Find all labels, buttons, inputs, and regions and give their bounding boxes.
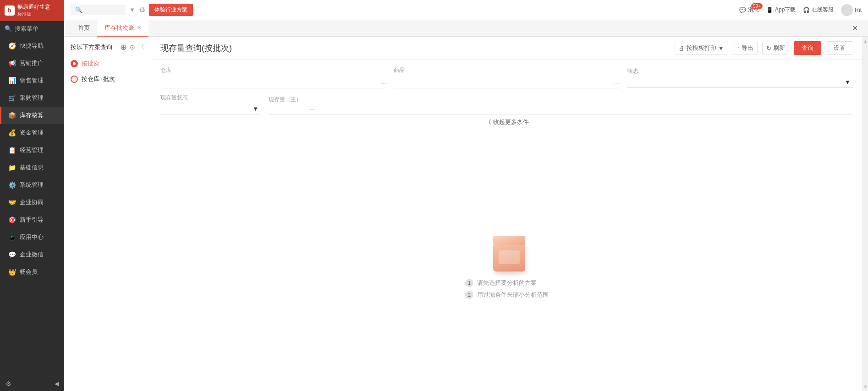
sidebar-item-label: 企业协同 <box>20 198 44 206</box>
print-dropdown-icon[interactable]: ▼ <box>718 45 724 52</box>
sidebar-item-sales[interactable]: 📊 销售管理 <box>0 72 64 89</box>
stock-qty-min-input[interactable] <box>269 105 305 112</box>
stock-status-dropdown-icon: ▼ <box>253 105 258 112</box>
page-title: 现存量查询(按批次) <box>160 43 232 54</box>
sidebar-item-label: 企业微信 <box>20 250 44 259</box>
printer-icon: 🖨 <box>679 45 685 52</box>
app-logo: b <box>5 5 15 16</box>
stock-qty-label: 现存量（主） <box>269 96 853 103</box>
sidebar-item-newbie[interactable]: 🎯 新手引导 <box>0 211 64 228</box>
sidebar-item-enterprise-wx[interactable]: 💬 企业微信 <box>0 246 64 263</box>
tab-home-label: 首页 <box>78 24 90 32</box>
user-profile[interactable]: Rit <box>841 4 862 16</box>
stock-qty-field: 现存量（主） — <box>269 96 853 114</box>
filter-panel-actions: ⊕ ⊙ 《 <box>120 42 144 52</box>
scroll-up-button[interactable]: ▲ <box>863 38 868 43</box>
marketing-icon: 📢 <box>8 59 16 67</box>
sidebar-item-label: 新手引导 <box>20 216 44 224</box>
tabbar: 首页 库存批次账 ✕ ✕ <box>64 20 868 37</box>
status-dropdown[interactable]: ▼ <box>627 77 853 88</box>
app-download-label: App下载 <box>775 6 796 14</box>
sidebar-header: b 畅康通好生意 标准版 <box>0 0 64 21</box>
sidebar-item-app-center[interactable]: 📱 应用中心 <box>0 228 64 246</box>
headset-icon: 🎧 <box>803 7 810 13</box>
filter-scheme-icon <box>71 76 78 83</box>
sidebar-item-marketing[interactable]: 📢 营销推广 <box>0 54 64 72</box>
tip-text-1: 请先选择要分析的方案 <box>477 279 537 287</box>
print-button[interactable]: 🖨 按模板打印 ▼ <box>675 42 728 54</box>
filter-scheme-by-batch[interactable]: 按批次 <box>64 56 151 71</box>
sidebar-item-label: 系统管理 <box>20 181 44 189</box>
main-area: 🔍 ▼ ⚙ 体验行业方案 💬 消息 99+ 📱 App下载 🎧 在线客服 Rit <box>64 0 868 391</box>
sidebar-item-inventory[interactable]: 📦 库存核算 <box>0 107 64 124</box>
settings-icon[interactable]: ⚙ <box>5 380 11 387</box>
scroll-down-button[interactable]: ▼ <box>863 384 868 389</box>
tab-batch-account[interactable]: 库存批次账 ✕ <box>97 20 148 37</box>
sidebar-item-finance[interactable]: 💰 资金管理 <box>0 124 64 141</box>
collapse-more-button[interactable]: 《 收起更多条件 <box>160 118 853 126</box>
sidebar-item-label: 应用中心 <box>20 233 44 241</box>
member-icon: 👑 <box>8 268 16 276</box>
stock-status-dropdown[interactable]: ▼ <box>160 103 261 114</box>
filter-panel: 按以下方案查询 ⊕ ⊙ 《 按批次 按仓库+批次 <box>64 37 151 391</box>
sidebar-collapse-icon[interactable]: ◀ <box>55 380 59 387</box>
export-icon: ↑ <box>737 45 740 52</box>
topbar-dropdown-icon[interactable]: ▼ <box>129 6 135 13</box>
filter-scheme-by-batch-label: 按批次 <box>82 60 99 68</box>
tip-num-1: 1 <box>465 279 473 287</box>
export-button[interactable]: ↑ 导出 <box>733 42 758 54</box>
enterprise-icon: 🤝 <box>8 198 16 206</box>
sidebar-item-label: 营销推广 <box>20 59 44 67</box>
filter-scheme-active-icon <box>71 60 78 67</box>
query-button[interactable]: 查询 <box>794 41 821 55</box>
search-menu[interactable]: 🔍 搜索菜单 <box>0 21 64 37</box>
topbar-right: 💬 消息 99+ 📱 App下载 🎧 在线客服 Rit <box>739 4 862 16</box>
filter-panel-title: 按以下方案查询 ⊕ ⊙ 《 <box>64 42 151 56</box>
sidebar-item-system[interactable]: ⚙️ 系统管理 <box>0 176 64 194</box>
sidebar-item-label: 经营管理 <box>20 146 44 154</box>
message-button[interactable]: 💬 消息 99+ <box>739 6 759 14</box>
sidebar-item-label: 库存核算 <box>20 111 44 119</box>
system-icon: ⚙️ <box>8 181 16 189</box>
refresh-button[interactable]: ↻ 刷新 <box>762 42 789 54</box>
tab-home[interactable]: 首页 <box>71 20 97 37</box>
tab-close-icon[interactable]: ✕ <box>137 25 141 31</box>
page-container: 按以下方案查询 ⊕ ⊙ 《 按批次 按仓库+批次 <box>64 37 868 391</box>
goods-more-icon[interactable]: ... <box>614 78 620 86</box>
tab-close-all-button[interactable]: ✕ <box>848 24 862 33</box>
enterprise-wx-icon: 💬 <box>8 250 16 259</box>
industry-solution-button[interactable]: 体验行业方案 <box>149 4 193 16</box>
filter-scheme-by-warehouse-batch[interactable]: 按仓库+批次 <box>64 71 151 87</box>
warehouse-input-area[interactable]: ... <box>160 76 386 88</box>
warehouse-more-icon[interactable]: ... <box>380 78 386 86</box>
stock-qty-dash: — <box>309 105 315 112</box>
sidebar-item-purchase[interactable]: 🛒 采购管理 <box>0 89 64 107</box>
sidebar-item-quick-nav[interactable]: 🧭 快捷导航 <box>0 37 64 54</box>
user-name: Rit <box>855 7 862 13</box>
goods-input-area[interactable]: ... <box>394 76 620 88</box>
sales-icon: 📊 <box>8 76 16 85</box>
sidebar-item-member[interactable]: 👑 畅会员 <box>0 263 64 281</box>
filter-section: 仓库 ... 商品 ... <box>151 60 863 133</box>
sidebar-item-operations[interactable]: 📋 经营管理 <box>0 141 64 159</box>
sidebar-item-label: 畅会员 <box>20 268 38 276</box>
add-scheme-button[interactable]: ⊕ <box>120 42 127 52</box>
warehouse-label: 仓库 <box>160 66 386 74</box>
online-service-button[interactable]: 🎧 在线客服 <box>803 6 834 14</box>
stock-qty-max-input[interactable] <box>319 105 355 112</box>
finance-icon: 💰 <box>8 129 16 137</box>
settings-button[interactable]: 设置 <box>826 41 853 55</box>
topbar-settings-icon[interactable]: ⚙ <box>139 5 145 14</box>
configure-scheme-icon[interactable]: ⊙ <box>130 43 135 51</box>
refresh-icon: ↻ <box>766 45 771 52</box>
sidebar-item-enterprise[interactable]: 🤝 企业协同 <box>0 194 64 211</box>
topbar-search[interactable]: 🔍 <box>71 5 126 15</box>
collapse-up-icon: 《 <box>485 118 491 126</box>
basics-icon: 📁 <box>8 163 16 172</box>
collapse-panel-icon[interactable]: 《 <box>138 43 144 51</box>
stock-status-label: 现存量状态 <box>160 94 261 102</box>
sidebar-item-basics[interactable]: 📁 基础信息 <box>0 159 64 176</box>
app-download-button[interactable]: 📱 App下载 <box>766 6 796 14</box>
app-center-icon: 📱 <box>8 233 16 241</box>
sidebar-item-label: 快捷导航 <box>20 42 44 50</box>
